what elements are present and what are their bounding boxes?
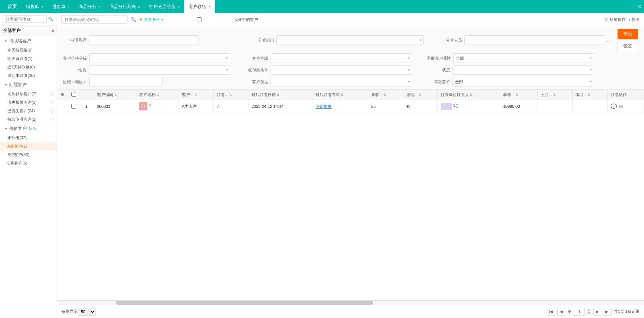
th-this-month[interactable]: 本月...⇅ xyxy=(572,90,607,100)
payment-select[interactable] xyxy=(271,65,412,75)
nav-tab-analysis-list[interactable]: 商品分析列表 × xyxy=(105,0,145,13)
page-input[interactable] xyxy=(574,308,585,316)
nav-tab-analysis-close[interactable]: × xyxy=(99,5,101,9)
th-uncontact[interactable]: 未联...⇅ xyxy=(368,90,403,100)
toolbar-right: ☑ 批量操作 ↑ 导出 xyxy=(605,17,640,22)
contact-method-link[interactable]: 下销货单 xyxy=(315,104,332,109)
filter-toolbar: 🔍 ▼ 更多条件 ▾ 我分管的客户 ☑ 批量操作 ↑ 导出 xyxy=(57,13,644,26)
sidebar-ungrouped[interactable]: 未分组(32) xyxy=(0,134,57,142)
prev-page-btn[interactable]: ◀ xyxy=(557,308,565,316)
problem-customers-group[interactable]: ▼ 问题客户 xyxy=(0,80,57,90)
th-code[interactable]: 客户编码⇅ xyxy=(94,90,136,100)
nav-tab-purchase[interactable]: 进货单 × xyxy=(48,0,74,13)
sidebar-a-class[interactable]: A类客户(1) xyxy=(0,142,57,151)
nav-tab-sales[interactable]: 销售单 × xyxy=(21,0,48,13)
pending-contact-group[interactable]: ▼ 待联络客户 xyxy=(0,36,57,46)
sidebar-search-input[interactable] xyxy=(3,15,47,23)
search-input[interactable] xyxy=(61,15,128,24)
nav-tab-customer-mgmt-close[interactable]: × xyxy=(178,5,180,9)
first-page-btn[interactable]: |◀ xyxy=(547,308,555,316)
per-page-select[interactable]: 50 20 100 xyxy=(78,308,96,316)
settings-btn[interactable]: 设置 xyxy=(618,41,638,51)
nature-select[interactable] xyxy=(89,65,230,75)
row-checkbox[interactable] xyxy=(71,104,76,109)
message-icon[interactable]: 💬 xyxy=(611,103,617,109)
th-overdue[interactable]: 逾期...⇅ xyxy=(403,90,438,100)
region-more-icon[interactable]: … xyxy=(164,79,169,84)
horizontal-scrollbar[interactable] xyxy=(57,300,644,305)
query-btn[interactable]: 查询 xyxy=(618,29,638,39)
th-last-month[interactable]: 上月...⇅ xyxy=(538,90,573,100)
pending-arrow: ▼ xyxy=(4,39,8,43)
th-last-contact-date[interactable]: 最后联络日期⇅ xyxy=(248,90,312,100)
price-grade-select[interactable] xyxy=(89,53,230,63)
sidebar-declining[interactable]: 持续下滑客户(2) ⓘ xyxy=(0,115,57,124)
customer-avatar: Ea xyxy=(139,102,147,110)
customer-type-select[interactable] xyxy=(271,77,412,86)
td-checkbox[interactable] xyxy=(68,100,79,113)
table-header-row: ⚙ 客户编码⇅ 客户名称⇅ 客户...⇅ 联络...⇅ 最后联络日期⇅ 最后联络… xyxy=(57,90,644,100)
retail-customer-select[interactable]: 全部 xyxy=(452,77,594,86)
nav-home[interactable]: 首页 xyxy=(3,0,21,13)
nav-tab-customer-contact-close[interactable]: × xyxy=(208,5,211,9)
nav-tab-customer-contact[interactable]: 客户联络 × xyxy=(184,0,215,13)
customer-grade-select[interactable] xyxy=(271,53,412,63)
sidebar-tomorrow-contact[interactable]: 明天待联络(1) xyxy=(0,54,57,63)
sidebar-today-contact[interactable]: 今天待联络(0) xyxy=(0,46,57,54)
sidebar-search-icon[interactable]: 🔍 xyxy=(48,17,54,22)
collapse-icon[interactable]: ◀ xyxy=(51,29,54,33)
nav-tab-sales-label: 销售单 xyxy=(26,4,39,10)
nav-tab-customer-mgmt[interactable]: 客户分层经营 × xyxy=(144,0,184,13)
batch-op-btn[interactable]: ☑ 批量操作 xyxy=(605,17,626,22)
batch-op-label: 批量操作 xyxy=(609,17,626,22)
th-gear[interactable]: ⚙ xyxy=(57,90,68,100)
nav-tab-analysis-list-close[interactable]: × xyxy=(138,5,140,9)
value-customers-group[interactable]: ▼ 价值客户 ↻ ✎ xyxy=(0,124,57,134)
last-page-btn[interactable]: ▶| xyxy=(604,308,612,316)
th-last-contact-method[interactable]: 最后联络方式⇅ xyxy=(312,90,368,100)
refresh-icon[interactable]: ↻ xyxy=(28,126,32,131)
nav-tab-analysis[interactable]: 商品分析 × xyxy=(74,0,105,13)
sidebar-churn-warning[interactable]: 流失预警客户(3) ⓘ xyxy=(0,98,57,107)
my-customers-checkbox[interactable] xyxy=(166,17,232,22)
edit-icon[interactable]: ✎ xyxy=(33,126,36,131)
sidebar-tomorrow-contact-label: 明天待联络(1) xyxy=(7,56,32,61)
person-more-icon[interactable]: … xyxy=(607,37,612,43)
th-name[interactable]: 客户名称⇅ xyxy=(136,90,179,100)
qr-icon[interactable]: ⊞ xyxy=(619,103,623,109)
more-conditions-btn[interactable]: ▼ 更多条件 ▾ xyxy=(139,17,163,22)
nav-tab-sales-close[interactable]: × xyxy=(41,5,43,9)
region-input[interactable] xyxy=(89,77,163,86)
phone-input[interactable] xyxy=(89,35,199,45)
th-customer-type[interactable]: 客户...⇅ xyxy=(179,90,214,100)
sort-overdue-icon: ⇅ xyxy=(418,93,421,97)
dept-select[interactable] xyxy=(276,35,424,45)
problem-arrow: ▼ xyxy=(4,83,8,87)
th-checkbox[interactable] xyxy=(68,90,79,100)
retail-attr-select[interactable]: 全部 xyxy=(453,53,594,63)
sidebar-overdue-contact[interactable]: 逾期未联络(30) xyxy=(0,71,57,80)
close-all-btn[interactable]: × xyxy=(638,3,641,10)
th-this-year[interactable]: 本年...⇅ xyxy=(500,90,537,100)
sidebar-b-class-label: B类客户(33) xyxy=(7,152,29,158)
select-all-checkbox[interactable] xyxy=(71,92,76,97)
export-btn[interactable]: ↑ 导出 xyxy=(629,17,640,22)
person-input[interactable] xyxy=(464,35,605,45)
my-customers-filter[interactable]: 我分管的客户 xyxy=(166,17,258,22)
th-unit-contact[interactable]: 往来单位联系人⇅ xyxy=(438,90,500,100)
sidebar-7days-contact[interactable]: 近7天待联络(0) xyxy=(0,63,57,71)
retail-attr-select-wrapper: 全部 ▾ xyxy=(453,53,594,63)
sidebar-b-class[interactable]: B类客户(33) xyxy=(0,151,57,159)
sidebar-c-class[interactable]: C类客户(6) xyxy=(0,159,57,167)
region-label: 区域（地区） xyxy=(63,79,89,85)
next-page-btn[interactable]: ▶ xyxy=(593,308,601,316)
status-select[interactable] xyxy=(452,65,594,75)
search-btn[interactable]: 🔍 xyxy=(130,17,136,22)
sidebar-abnormal-repurchase[interactable]: 回购异常客户(2) ⓘ xyxy=(0,90,57,98)
scrollbar-thumb[interactable] xyxy=(116,301,373,305)
table-container: ⚙ 客户编码⇅ 客户名称⇅ 客户...⇅ 联络...⇅ 最后联络日期⇅ 最后联络… xyxy=(57,90,644,300)
th-contact-count[interactable]: 联络...⇅ xyxy=(214,90,248,100)
nav-tab-purchase-close[interactable]: × xyxy=(68,5,70,9)
sidebar-churned[interactable]: 已流失客户(24) ⓘ xyxy=(0,107,57,115)
td-last-contact-method[interactable]: 下销货单 xyxy=(312,100,368,113)
